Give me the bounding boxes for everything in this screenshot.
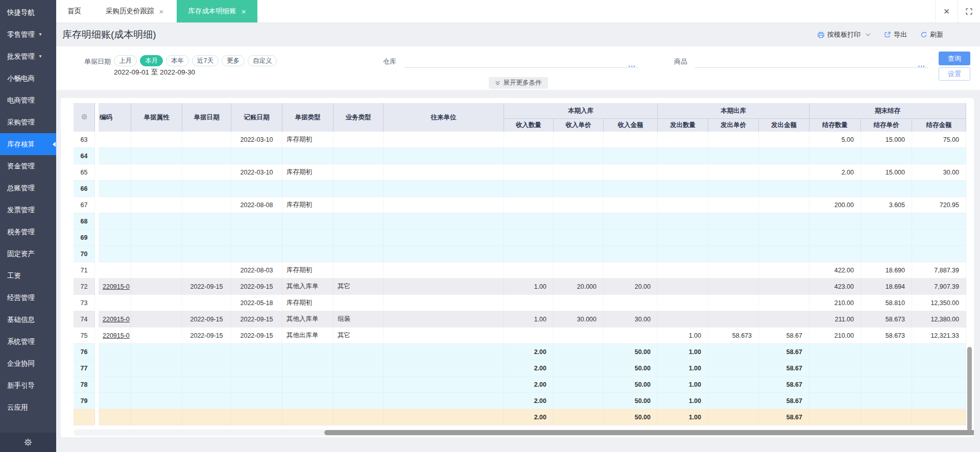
tab[interactable]: 首页 [56, 0, 92, 22]
refresh-icon [920, 31, 927, 38]
cell-code [99, 393, 131, 409]
expand-more-button[interactable]: 展开更多条件 [489, 77, 548, 89]
horizontal-scrollbar-thumb[interactable] [324, 430, 974, 435]
sidebar-settings-button[interactable] [0, 433, 56, 452]
sidebar-item[interactable]: 发票管理 [0, 199, 56, 221]
table-row[interactable]: 64 [74, 148, 966, 164]
main-area: 首页采购历史价跟踪×库存成本明细账× × 库存明细账(成本明细) 按模板打印 [56, 0, 980, 452]
sidebar-item[interactable]: 零售管理▼ [0, 23, 56, 45]
horizontal-scrollbar[interactable] [74, 430, 967, 436]
sidebar-item-label: 电商管理 [7, 96, 35, 105]
chevron-down-icon[interactable] [866, 33, 871, 36]
tab[interactable]: 库存成本明细账× [177, 0, 257, 22]
table-row[interactable]: 75220915-02022-09-152022-09-15其他出库单其它1.0… [74, 328, 966, 344]
sidebar-item[interactable]: 批发管理▼ [0, 45, 56, 67]
cell-out_price [708, 376, 759, 393]
page-title: 库存明细账(成本明细) [62, 28, 156, 41]
table-row[interactable]: 72220915-02022-09-152022-09-15其他入库单其它1.0… [74, 279, 966, 295]
table-row[interactable]: 632022-03-10库存期初5.0015.00075.00 [74, 132, 966, 148]
sidebar-item[interactable]: 税务管理 [0, 221, 56, 243]
cell-in_qty [504, 246, 554, 262]
table-row[interactable]: 782.0050.001.0058.67 [74, 376, 966, 393]
table-row[interactable]: 2.0050.001.0058.67 [74, 409, 966, 425]
sidebar-item[interactable]: 新手引导 [0, 374, 56, 396]
sidebar-item[interactable]: 库存核算 [0, 133, 56, 155]
date-pill[interactable]: 本年 [166, 55, 189, 66]
sidebar-item[interactable]: 经营管理 [0, 287, 56, 309]
cell-attr [131, 132, 182, 148]
settings-button[interactable]: 设置 [939, 67, 970, 81]
table-row[interactable]: 732022-05-18库存期初210.0058.81012,350.00 [74, 295, 966, 311]
cell-doc_date [182, 393, 231, 409]
cell-out_price [708, 213, 759, 230]
sidebar-item[interactable]: 系统管理 [0, 331, 56, 353]
sidebar-item[interactable]: 固定资产 [0, 243, 56, 265]
sidebar-item[interactable]: 基础信息 [0, 309, 56, 331]
cell-doc_date [182, 230, 231, 246]
fullscreen-icon[interactable] [958, 0, 980, 22]
sidebar-item[interactable]: 总账管理 [0, 177, 56, 199]
table-card: 编码 单据属性 单据日期 记账日期 单据类型 业务类型 往来单位 本期入库 本期… [61, 98, 974, 437]
sidebar-item[interactable]: 电商管理 [0, 89, 56, 111]
table-row[interactable]: 69 [74, 230, 966, 246]
close-window-icon[interactable]: × [935, 0, 958, 22]
date-pill[interactable]: 近7天 [192, 55, 219, 66]
warehouse-input[interactable]: ... [404, 56, 639, 68]
warehouse-more-icon[interactable]: ... [628, 61, 639, 67]
frozen-divider [95, 230, 99, 246]
code-link[interactable]: 220915-0 [103, 316, 130, 323]
tab[interactable]: 采购历史价跟踪× [94, 0, 175, 22]
date-pill[interactable]: 上月 [114, 55, 137, 66]
table-row[interactable]: 70 [74, 246, 966, 262]
sidebar-item[interactable]: 小畅电商 [0, 67, 56, 89]
cell-doc_date [182, 132, 231, 148]
table-row[interactable]: 792.0050.001.0058.67 [74, 393, 966, 409]
date-pill[interactable]: 更多 [222, 55, 245, 66]
sidebar-item[interactable]: 企业协同 [0, 353, 56, 374]
date-pill[interactable]: 本月 [140, 55, 163, 66]
query-button[interactable]: 查询 [939, 52, 970, 65]
table-row[interactable]: 74220915-02022-09-152022-09-15其他入库单组装1.0… [74, 311, 966, 328]
active-arrow-icon [53, 142, 56, 147]
vertical-scrollbar-thumb[interactable] [967, 347, 972, 431]
cell-bal_qty [809, 376, 861, 393]
cell-in_price [554, 344, 604, 360]
cell-num: 71 [74, 262, 95, 279]
cell-partner [384, 295, 504, 311]
table-row[interactable]: 712022-08-03库存期初422.0018.6907,887.39 [74, 262, 966, 279]
cell-out_qty [658, 213, 708, 230]
table-row[interactable]: 762.0050.001.0058.67 [74, 344, 966, 360]
cell-bal_amt [912, 230, 966, 246]
cell-bal_qty [809, 360, 861, 376]
sidebar: 快捷导航零售管理▼批发管理▼小畅电商电商管理采购管理库存核算资金管理总账管理发票… [0, 0, 56, 452]
table-row[interactable]: 66 [74, 181, 966, 197]
code-link[interactable]: 220915-0 [103, 283, 130, 290]
tab-label: 库存成本明细账 [188, 7, 236, 16]
table-row[interactable]: 652022-03-10库存期初2.0015.00030.00 [74, 164, 966, 181]
product-more-icon[interactable]: ... [918, 61, 928, 67]
sidebar-item[interactable]: 资金管理 [0, 155, 56, 177]
header-bal-price: 结存单价 [861, 119, 912, 132]
sidebar-item[interactable]: 快捷导航 [0, 2, 56, 23]
printer-icon [817, 31, 825, 39]
page-header: 库存明细账(成本明细) 按模板打印 [56, 23, 980, 46]
cell-bal_amt [912, 376, 966, 393]
tab-close-icon[interactable]: × [242, 8, 246, 15]
cell-in_amt: 20.00 [604, 279, 658, 295]
cell-code: 220915-0 [99, 279, 131, 295]
product-input[interactable]: ... [695, 56, 928, 68]
sidebar-item[interactable]: 采购管理 [0, 111, 56, 133]
print-button[interactable]: 按模板打印 [817, 30, 871, 39]
table-row[interactable]: 672022-08-08库存期初200.003.605720.95 [74, 197, 966, 213]
sidebar-item[interactable]: 工资 [0, 265, 56, 287]
refresh-button[interactable]: 刷新 [920, 30, 943, 39]
date-pill[interactable]: 自定义 [248, 55, 277, 66]
table-row[interactable]: 772.0050.001.0058.67 [74, 360, 966, 376]
column-settings-button[interactable] [74, 103, 95, 132]
sidebar-item[interactable]: 云应用 [0, 396, 56, 418]
cell-num: 63 [74, 132, 95, 148]
export-button[interactable]: 导出 [884, 30, 907, 39]
table-row[interactable]: 68 [74, 213, 966, 230]
code-link[interactable]: 220915-0 [103, 332, 130, 339]
tab-close-icon[interactable]: × [159, 8, 164, 15]
